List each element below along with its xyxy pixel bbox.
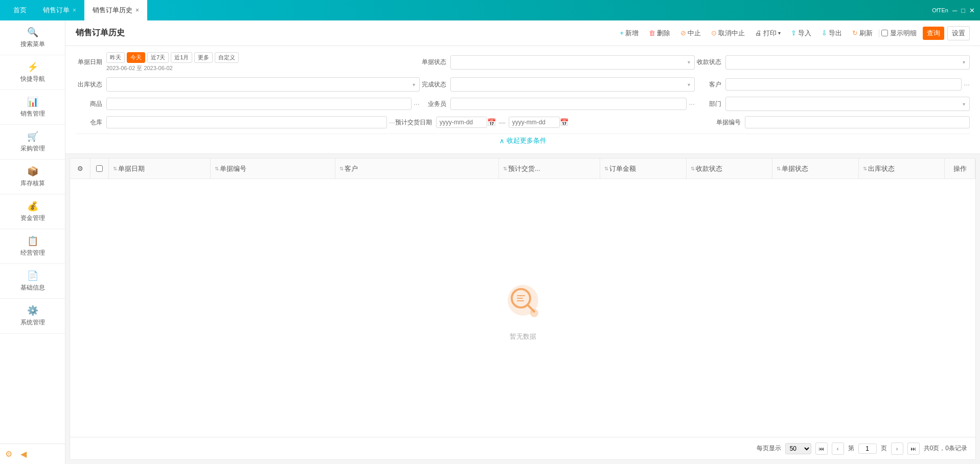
goods-dots-icon[interactable]: ··· (414, 100, 420, 108)
filter-delivery-start[interactable] (436, 117, 487, 128)
th-sort-icon-out[interactable]: ⇅ (863, 166, 867, 171)
sidebar-item-search[interactable]: 🔍 搜索菜单 (0, 20, 65, 55)
filter-salesperson-input[interactable] (450, 98, 687, 110)
collapse-more-btn[interactable]: ∧ 收起更多条件 (76, 134, 970, 147)
table-settings-icon[interactable]: ⚙ (77, 165, 83, 172)
filter-area: 单据日期 昨天 今天 近7天 近1月 更多 自定义 2023-06-02 至 2… (65, 46, 980, 154)
table-area: ⚙ ⇅ 单据日期 ⇅ 单据编号 ⇅ 客户 ⇅ (70, 158, 976, 460)
date-btn-yesterday[interactable]: 昨天 (106, 52, 125, 63)
close-icon[interactable]: ✕ (969, 7, 975, 14)
content-area: 销售订单历史 + 新增 🗑 删除 ⊘ 中止 ⊙ 取消中止 (65, 20, 980, 464)
delete-button[interactable]: 🗑 删除 (645, 27, 674, 40)
query-button[interactable]: 查询 (923, 27, 944, 40)
tab-sales-order-history-close[interactable]: × (135, 7, 139, 14)
date-btn-more[interactable]: 更多 (194, 52, 213, 63)
sidebar-item-system[interactable]: ⚙️ 系统管理 (0, 299, 65, 334)
per-page-select[interactable]: 50 10 20 100 (785, 443, 811, 454)
query-label: 查询 (927, 29, 940, 38)
prev-page-button[interactable]: ‹ (832, 443, 844, 455)
filter-dept-select[interactable]: ▾ (725, 97, 970, 111)
th-sort-icon-delivery[interactable]: ⇅ (503, 166, 507, 171)
th-out-status-label: 出库状态 (868, 164, 895, 173)
settings-button[interactable]: 设置 (947, 26, 970, 40)
tab-sales-order-close[interactable]: × (73, 7, 76, 14)
th-sort-icon-date[interactable]: ⇅ (113, 166, 117, 171)
svg-point-6 (530, 309, 538, 317)
sidebar-item-basic-info[interactable]: 📄 基础信息 (0, 264, 65, 299)
date-separator: — (496, 119, 509, 126)
inventory-icon: 📦 (27, 166, 38, 177)
next-page-button[interactable]: › (891, 443, 903, 455)
th-sort-icon-customer[interactable]: ⇅ (339, 166, 344, 171)
tab-sales-order-history[interactable]: 销售订单历史 × (84, 0, 147, 20)
warehouse-dots-icon[interactable]: ··· (389, 118, 395, 126)
sidebar-item-operations[interactable]: 📋 经营管理 (0, 229, 65, 264)
filter-warehouse-input[interactable] (106, 116, 387, 128)
import-button[interactable]: ⇪ 导入 (787, 27, 815, 40)
filter-receipt-status-select[interactable]: ▾ (725, 55, 970, 70)
filter-out-status-label: 出库状态 (76, 80, 106, 89)
collapse-sidebar-icon[interactable]: ◀ (20, 449, 27, 459)
empty-state: 暂无数据 (70, 179, 975, 437)
filter-out-status-select[interactable]: ▾ (106, 77, 420, 92)
filter-date-label: 单据日期 (76, 58, 106, 67)
sales-icon: 📊 (27, 96, 38, 107)
date-btn-custom[interactable]: 自定义 (215, 52, 239, 63)
filter-docno-input[interactable] (745, 116, 970, 128)
customer-dots-icon[interactable]: ··· (964, 80, 970, 89)
last-page-button[interactable]: ⏭ (907, 443, 920, 455)
refresh-button[interactable]: ↻ 刷新 (848, 27, 877, 40)
stop-button[interactable]: ⊘ 中止 (676, 27, 705, 40)
display-detail-toggle[interactable]: 显示明细 (881, 29, 917, 38)
finance-icon: 💰 (27, 201, 38, 212)
sidebar-label-purchase: 采购管理 (20, 144, 45, 153)
maximize-icon[interactable]: □ (961, 7, 965, 14)
sidebar-item-finance[interactable]: 💰 资金管理 (0, 194, 65, 229)
first-page-button[interactable]: ⏮ (815, 443, 828, 455)
filter-customer-input[interactable] (725, 78, 962, 91)
sidebar-item-purchase[interactable]: 🛒 采购管理 (0, 125, 65, 160)
sidebar-item-quick-nav[interactable]: ⚡ 快捷导航 (0, 55, 65, 90)
filter-row-2: 出库状态 ▾ 完成状态 ▾ 客户 ··· (76, 77, 970, 92)
filter-doc-status-select[interactable]: ▾ (450, 55, 695, 70)
filter-goods-input[interactable] (106, 98, 412, 110)
delivery-start-calendar-icon[interactable]: 📅 (487, 118, 496, 126)
th-receipt-status-label: 收款状态 (696, 164, 722, 173)
date-btn-1month[interactable]: 近1月 (171, 52, 192, 63)
th-sort-icon-receipt[interactable]: ⇅ (691, 166, 695, 171)
sidebar-label-system: 系统管理 (20, 318, 45, 327)
main-layout: 🔍 搜索菜单 ⚡ 快捷导航 📊 销售管理 🛒 采购管理 📦 库存核算 💰 资金管… (0, 20, 980, 464)
sidebar-item-inventory[interactable]: 📦 库存核算 (0, 160, 65, 194)
filter-complete-status-label: 完成状态 (420, 80, 450, 89)
filter-complete-status-select[interactable]: ▾ (450, 77, 695, 92)
print-button[interactable]: 🖨 打印 ▾ (751, 27, 785, 40)
print-label: 打印 (763, 29, 777, 38)
date-btn-today[interactable]: 今天 (127, 52, 145, 63)
delete-label: 删除 (657, 29, 670, 38)
filter-customer-label: 客户 (695, 80, 725, 89)
th-sort-icon-doc[interactable]: ⇅ (777, 166, 781, 171)
add-button[interactable]: + 新增 (616, 27, 643, 40)
date-btn-7days[interactable]: 近7天 (147, 52, 169, 63)
cancel-stop-label: 取消中止 (718, 29, 745, 38)
export-button[interactable]: ⇩ 导出 (817, 27, 846, 40)
th-customer-label: 客户 (345, 164, 358, 173)
th-checkbox[interactable] (90, 159, 109, 179)
sidebar-item-sales[interactable]: 📊 销售管理 (0, 90, 65, 125)
th-sort-icon-docno[interactable]: ⇅ (215, 166, 219, 171)
tab-sales-order[interactable]: 销售订单 × (35, 0, 84, 20)
filter-delivery-end[interactable] (509, 117, 560, 128)
display-detail-checkbox[interactable] (881, 30, 888, 36)
delivery-end-calendar-icon[interactable]: 📅 (560, 118, 568, 126)
th-sort-icon-amount[interactable]: ⇅ (604, 166, 608, 171)
minimize-icon[interactable]: ─ (952, 7, 957, 14)
filter-salesperson-label: 业务员 (420, 100, 450, 108)
salesperson-dots-icon[interactable]: ··· (689, 100, 695, 108)
page-number-input[interactable] (858, 444, 877, 454)
sidebar: 🔍 搜索菜单 ⚡ 快捷导航 📊 销售管理 🛒 采购管理 📦 库存核算 💰 资金管… (0, 20, 65, 464)
table-select-all[interactable] (96, 165, 103, 172)
cancel-stop-button[interactable]: ⊙ 取消中止 (707, 27, 749, 40)
th-settings[interactable]: ⚙ (70, 159, 90, 179)
tab-home[interactable]: 首页 (5, 0, 35, 20)
settings-bottom-icon[interactable]: ⚙ (5, 449, 12, 459)
